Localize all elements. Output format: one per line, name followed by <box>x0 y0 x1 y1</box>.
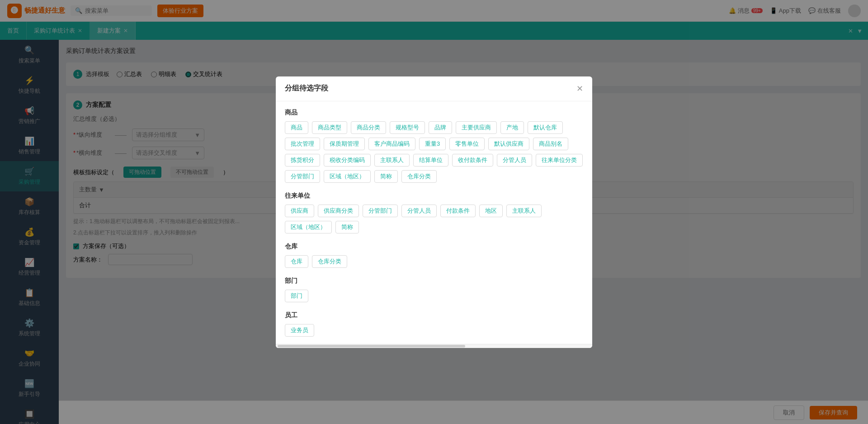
modal-title: 分组待选字段 <box>285 84 328 93</box>
field-tag-1-4[interactable]: 付款条件 <box>440 205 476 217</box>
field-tag-0-20[interactable]: 分管人员 <box>497 154 532 167</box>
modal-body: 商品商品商品类型商品分类规格型号品牌主要供应商产地默认仓库批次管理保质期管理客户… <box>276 101 592 344</box>
hscroll-thumb[interactable] <box>278 345 465 348</box>
field-tag-1-3[interactable]: 分管人员 <box>401 205 437 217</box>
field-tag-0-3[interactable]: 规格型号 <box>390 121 425 134</box>
field-tag-1-5[interactable]: 地区 <box>479 205 503 217</box>
field-tag-0-18[interactable]: 结算单位 <box>413 154 448 167</box>
field-tag-3-0[interactable]: 部门 <box>285 290 308 302</box>
field-group-title-4: 员工 <box>285 311 583 319</box>
field-group-0: 商品商品商品类型商品分类规格型号品牌主要供应商产地默认仓库批次管理保质期管理客户… <box>285 109 583 183</box>
field-tags-4: 业务员 <box>285 324 583 337</box>
field-group-title-0: 商品 <box>285 109 583 117</box>
field-group-4: 员工业务员 <box>285 311 583 337</box>
field-tags-3: 部门 <box>285 290 583 302</box>
field-tag-2-1[interactable]: 仓库分类 <box>312 255 347 268</box>
field-group-title-1: 往来单位 <box>285 192 583 200</box>
field-tag-1-0[interactable]: 供应商 <box>285 205 314 217</box>
field-tag-0-1[interactable]: 商品类型 <box>312 121 347 134</box>
modal-header: 分组待选字段 ✕ <box>276 76 592 101</box>
field-tag-0-17[interactable]: 主联系人 <box>374 154 410 167</box>
field-group-2: 仓库仓库仓库分类 <box>285 243 583 268</box>
field-tag-0-13[interactable]: 默认供应商 <box>488 138 529 150</box>
field-group-3: 部门部门 <box>285 277 583 302</box>
modal-overlay: 分组待选字段 ✕ 商品商品商品类型商品分类规格型号品牌主要供应商产地默认仓库批次… <box>0 0 868 424</box>
field-tag-0-2[interactable]: 商品分类 <box>351 121 386 134</box>
field-tag-0-5[interactable]: 主要供应商 <box>456 121 497 134</box>
field-tag-1-6[interactable]: 主联系人 <box>506 205 542 217</box>
field-tags-1: 供应商供应商分类分管部门分管人员付款条件地区主联系人区域（地区）简称 <box>285 205 583 233</box>
field-tag-0-6[interactable]: 产地 <box>500 121 524 134</box>
field-tag-2-0[interactable]: 仓库 <box>285 255 308 268</box>
field-tag-0-24[interactable]: 简称 <box>374 170 398 183</box>
field-tag-0-25[interactable]: 仓库分类 <box>401 170 437 183</box>
field-tag-1-7[interactable]: 区域（地区） <box>285 221 332 233</box>
field-tag-0-21[interactable]: 往来单位分类 <box>536 154 583 167</box>
field-tag-0-0[interactable]: 商品 <box>285 121 308 134</box>
field-tags-2: 仓库仓库分类 <box>285 255 583 268</box>
field-tag-0-16[interactable]: 税收分类编码 <box>324 154 371 167</box>
modal-close-button[interactable]: ✕ <box>576 84 583 94</box>
field-tag-0-14[interactable]: 商品别名 <box>533 138 568 150</box>
modal-horizontal-scrollbar[interactable] <box>276 344 592 348</box>
field-tag-1-8[interactable]: 简称 <box>335 221 359 233</box>
field-tag-0-11[interactable]: 重量3 <box>419 138 446 150</box>
field-tag-0-23[interactable]: 区域（地区） <box>324 170 371 183</box>
field-tags-0: 商品商品类型商品分类规格型号品牌主要供应商产地默认仓库批次管理保质期管理客户商品… <box>285 121 583 183</box>
field-tag-0-22[interactable]: 分管部门 <box>285 170 320 183</box>
field-group-title-2: 仓库 <box>285 243 583 251</box>
field-tag-0-12[interactable]: 零售单位 <box>449 138 485 150</box>
field-group-title-3: 部门 <box>285 277 583 285</box>
field-group-1: 往来单位供应商供应商分类分管部门分管人员付款条件地区主联系人区域（地区）简称 <box>285 192 583 233</box>
field-tag-0-10[interactable]: 客户商品编码 <box>368 138 415 150</box>
field-tag-1-2[interactable]: 分管部门 <box>363 205 398 217</box>
modal: 分组待选字段 ✕ 商品商品商品类型商品分类规格型号品牌主要供应商产地默认仓库批次… <box>276 76 592 348</box>
field-tag-0-15[interactable]: 拣货积分 <box>285 154 320 167</box>
field-tag-0-7[interactable]: 默认仓库 <box>528 121 563 134</box>
field-tag-4-0[interactable]: 业务员 <box>285 324 314 337</box>
field-tag-0-9[interactable]: 保质期管理 <box>324 138 365 150</box>
field-tag-0-4[interactable]: 品牌 <box>429 121 452 134</box>
field-tag-1-1[interactable]: 供应商分类 <box>318 205 359 217</box>
field-tag-0-19[interactable]: 收付款条件 <box>452 154 493 167</box>
field-tag-0-8[interactable]: 批次管理 <box>285 138 320 150</box>
